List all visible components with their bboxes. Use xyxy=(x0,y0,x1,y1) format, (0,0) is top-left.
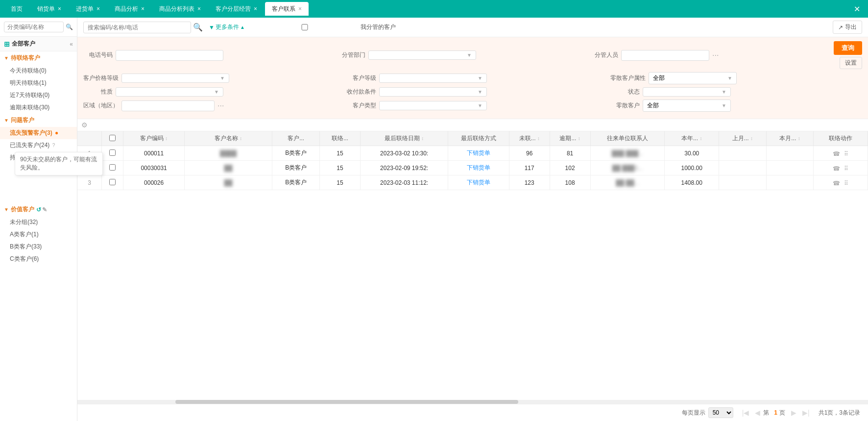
action-icons[interactable]: ☎ ⠿ xyxy=(832,179,849,187)
tab-analysis-list-close[interactable]: × xyxy=(197,5,201,12)
tab-sales[interactable]: 销货单 × xyxy=(30,2,68,16)
sidebar-item-7days[interactable]: 近7天待联络(0) xyxy=(0,89,77,101)
data-table-wrapper[interactable]: 客户编码 客户名称 客户... 联络... 最后联络日期 xyxy=(77,131,868,400)
horizontal-scrollbar[interactable] xyxy=(77,400,868,404)
tab-customer-contact-close[interactable]: × xyxy=(298,5,302,12)
sidebar-item-today[interactable]: 今天待联络(0) xyxy=(0,65,77,77)
pg-prev-btn[interactable]: ◀ xyxy=(752,408,763,418)
sidebar-item-b-class[interactable]: B类客户(33) xyxy=(0,241,77,253)
my-customers-checkbox[interactable]: 我分管的客户 xyxy=(251,23,396,31)
per-page-select[interactable]: 50 100 200 xyxy=(708,407,733,418)
edit-icon[interactable]: ✎ xyxy=(42,206,47,213)
my-customers-check[interactable] xyxy=(251,24,359,30)
sidebar-item-churn-warning[interactable]: 流失预警客户(3) ● xyxy=(0,127,77,139)
tab-purchase[interactable]: 进货单 × xyxy=(69,2,107,16)
price-level-select[interactable]: ▼ xyxy=(121,74,229,83)
cell-check[interactable] xyxy=(102,161,123,175)
th-checkbox[interactable] xyxy=(102,131,123,146)
th-lastdate[interactable]: 最后联络日期 xyxy=(360,131,448,146)
nature-select[interactable]: ▼ xyxy=(116,87,223,97)
th-type[interactable]: 客户... xyxy=(272,131,320,146)
query-button[interactable]: 查询 xyxy=(834,41,862,55)
cell-lastway[interactable]: 下销货单 xyxy=(448,161,509,175)
row-checkbox-1[interactable] xyxy=(109,164,116,171)
tab-customer-tier-close[interactable]: × xyxy=(254,5,257,12)
cell-lastway[interactable]: 下销货单 xyxy=(448,146,509,161)
cust-level-select[interactable]: ▼ xyxy=(379,74,487,83)
row-checkbox-0[interactable] xyxy=(109,149,116,156)
sidebar-item-overdue[interactable]: 逾期未联络(30) xyxy=(0,101,77,114)
tab-sales-close[interactable]: × xyxy=(58,5,61,12)
table-row: 2 00030031 ██ B类客户 15 2023-02-09 19:52: … xyxy=(77,161,868,175)
th-unlink[interactable]: 未联... xyxy=(509,131,550,146)
tab-customer-contact[interactable]: 客户联系 × xyxy=(265,2,309,16)
contact-icon[interactable]: ☎ xyxy=(833,165,840,172)
pg-next-btn[interactable]: ▶ xyxy=(788,408,799,418)
cell-check[interactable] xyxy=(102,146,123,161)
sidebar-item-churned[interactable]: 已流失客户(24) ? xyxy=(0,139,77,151)
tab-analysis-list[interactable]: 商品分析列表 × xyxy=(152,2,208,16)
tab-home[interactable]: 首页 xyxy=(4,2,29,16)
more-action-icon[interactable]: ⠿ xyxy=(844,150,848,157)
zero-attr-select[interactable]: 全部 ▼ xyxy=(649,72,737,84)
sidebar-group-problem-title[interactable]: ▼ 问题客户 xyxy=(0,114,77,127)
zero-cust-select[interactable]: 全部 ▼ xyxy=(643,99,731,112)
region-input[interactable] xyxy=(121,100,215,111)
dept-select[interactable]: ▼ xyxy=(368,50,476,60)
sidebar-search-input[interactable] xyxy=(4,22,64,32)
cell-action[interactable]: ☎ ⠿ xyxy=(814,161,868,175)
person-input[interactable] xyxy=(621,50,709,61)
export-button[interactable]: ↗ 导出 xyxy=(833,21,862,34)
action-icons[interactable]: ☎ ⠿ xyxy=(832,164,849,172)
contact-icon[interactable]: ☎ xyxy=(833,180,840,187)
search-input[interactable] xyxy=(83,22,191,33)
row-checkbox-2[interactable] xyxy=(109,179,116,185)
action-icons[interactable]: ☎ ⠿ xyxy=(832,149,849,157)
refresh-icon[interactable]: ↺ xyxy=(36,206,41,213)
table-settings-icon[interactable]: ⚙ xyxy=(81,121,88,129)
tab-analysis-close[interactable]: × xyxy=(141,5,145,12)
cell-lastway[interactable]: 下销货单 xyxy=(448,175,509,190)
more-action-icon[interactable]: ⠿ xyxy=(844,165,848,172)
tab-purchase-close[interactable]: × xyxy=(96,5,100,12)
more-action-icon[interactable]: ⠿ xyxy=(844,180,848,187)
th-lastunit[interactable]: 往来单位联系人 xyxy=(590,131,665,146)
sidebar-item-a-class[interactable]: A类客户(1) xyxy=(0,228,77,241)
search-button[interactable]: 🔍 xyxy=(193,23,203,32)
cell-action[interactable]: ☎ ⠿ xyxy=(814,175,868,190)
sidebar-group-pending-title[interactable]: ▼ 待联络客户 xyxy=(0,51,77,65)
scrollbar-thumb[interactable] xyxy=(175,400,518,404)
th-code[interactable]: 客户编码 xyxy=(123,131,184,146)
tab-customer-tier[interactable]: 客户分层经营 × xyxy=(209,2,264,16)
th-contact[interactable]: 联络... xyxy=(320,131,361,146)
pg-first-btn[interactable]: |◀ xyxy=(739,408,752,418)
phone-input[interactable] xyxy=(116,50,223,61)
status-select[interactable]: ▼ xyxy=(643,87,731,97)
cell-check[interactable] xyxy=(102,175,123,190)
pg-last-btn[interactable]: ▶| xyxy=(799,408,813,418)
cust-type-select[interactable]: ▼ xyxy=(379,101,487,110)
settings-button[interactable]: 设置 xyxy=(840,57,862,69)
sidebar-item-tomorrow[interactable]: 明天待联络(1) xyxy=(0,77,77,89)
th-lastway[interactable]: 最后联络方式 xyxy=(448,131,509,146)
more-conditions-button[interactable]: ▼ 更多条件 ▲ xyxy=(209,23,245,31)
payment-select[interactable]: ▼ xyxy=(379,87,487,97)
more-btn-2[interactable]: ··· xyxy=(215,101,227,110)
tab-analysis[interactable]: 商品分析 × xyxy=(108,2,151,16)
th-thisyear[interactable]: 本年... xyxy=(665,131,719,146)
sidebar-item-ungroup[interactable]: 未分组(32) xyxy=(0,216,77,228)
th-name[interactable]: 客户名称 xyxy=(184,131,272,146)
sidebar-root[interactable]: ⊞ 全部客户 « xyxy=(0,37,77,51)
window-close-icon[interactable]: ✕ xyxy=(850,2,864,16)
select-all-checkbox[interactable] xyxy=(109,135,116,141)
th-lastmonth[interactable]: 上月... xyxy=(719,131,766,146)
sidebar-item-c-class[interactable]: C类客户(6) xyxy=(0,253,77,265)
more-btn-1[interactable]: ··· xyxy=(709,51,722,60)
th-thismonth[interactable]: 本月... xyxy=(766,131,814,146)
sidebar-group-value-title[interactable]: ▼ 价值客户 ↺ ✎ xyxy=(0,203,77,216)
th-overdue[interactable]: 逾期... xyxy=(550,131,590,146)
sidebar-group-value: ▼ 价值客户 ↺ ✎ 未分组(32) A类客户(1) B类客户(33) C类客户… xyxy=(0,203,77,265)
contact-icon[interactable]: ☎ xyxy=(833,150,840,157)
cell-action[interactable]: ☎ ⠿ xyxy=(814,146,868,161)
sidebar-collapse-icon[interactable]: « xyxy=(70,41,73,48)
